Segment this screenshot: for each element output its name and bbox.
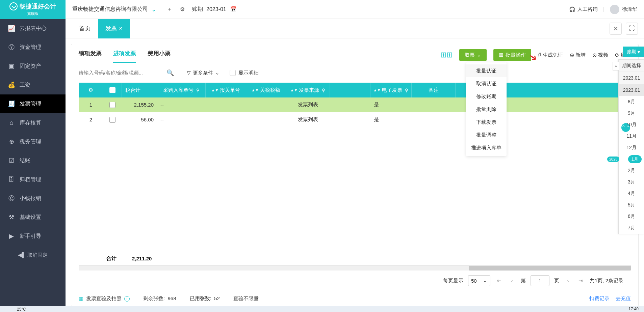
settings-icon[interactable]: ⚙ [179,6,186,13]
th-customs[interactable]: ▲▼关税税额 [246,83,286,97]
month-10[interactable]: 10月 [619,119,644,131]
page-first[interactable]: ⇤ [495,277,503,285]
per-page-select[interactable]: 50 ⌄ [468,275,490,286]
table-row[interactable]: 2 56.00 -- 发票列表 是 ⎘ 🗑 [79,112,631,127]
page-prev[interactable]: ‹ [508,277,516,285]
sidebar-item-stock[interactable]: ⌂库存核算 [0,113,66,132]
th-tax-total[interactable]: 税合计 [122,83,157,97]
sidebar-item-close[interactable]: ☑结账 [0,151,66,170]
close-icon[interactable]: × [119,25,123,32]
filter-icon: ⚲ [405,88,408,93]
sidebar-item-setting[interactable]: ⚒基础设置 [0,208,66,227]
fee-log-link[interactable]: 扣费记录 [589,295,610,302]
sidebar-item-promo[interactable]: Ⓒ小畅报销 [0,189,66,208]
top-header: 畅捷通好会计 旗舰版 重庆畅捷交通信息咨询有限公司 ⌄ ＋ ⚙ 账期 2023-… [0,0,644,19]
calendar-icon[interactable]: 📅 [230,6,237,13]
dd-download[interactable]: 下载发票 [466,116,507,129]
th-remark[interactable]: 备注 [412,83,456,97]
fetch-button[interactable]: 取票 ⌄ [459,49,487,61]
sidebar-item-assets[interactable]: ▣固定资产 [0,57,66,76]
sidebar-item-invoice[interactable]: 🧾发票管理 [0,94,66,113]
year-row[interactable]: 2023.01 [619,72,644,84]
dd-push-in[interactable]: 推进项入库单 [466,141,507,154]
dd-cancel-auth[interactable]: 取消认证 [466,77,507,90]
month-5[interactable]: 5月 [619,199,644,211]
video-label: 视频 [598,52,608,58]
recharge-link[interactable]: 去充值 [616,295,631,302]
year-badge: 2023 [607,157,619,162]
search-input[interactable] [79,68,163,78]
tab-home[interactable]: 首页 [72,19,98,38]
td-decl [206,97,246,112]
consult-link[interactable]: 🎧 人工咨询 [569,6,598,12]
dd-batch-adjust[interactable]: 批量调整 [466,129,507,141]
month-4[interactable]: 4月 [619,188,644,199]
more-conditions[interactable]: ▽ 更多条件 ⌄ [187,70,220,76]
th-gap [330,83,370,97]
td-checkbox[interactable] [103,97,122,112]
search-icon[interactable]: 🔍 [166,69,174,77]
month-8[interactable]: 8月 [619,96,644,108]
sort-icon: ▲▼ [211,89,219,91]
month-11[interactable]: 11月 [619,131,644,142]
sidebar-item-report[interactable]: 📈云报表中心 [0,19,66,38]
tab-invoice[interactable]: 发票 × [98,19,130,38]
voucher-button[interactable]: ⎙生成凭证 [538,52,563,58]
dd-batch-auth[interactable]: 批量认证 [466,64,507,77]
qrcode-icon[interactable]: ⊞⊞ [440,51,453,59]
grid-icon: ▦ [499,52,504,58]
scrollbar-thumb[interactable] [469,266,631,271]
th-settings[interactable]: ⚙ [79,83,103,97]
table-footer: 合计 2,211.20 [79,251,631,266]
month-1-current[interactable]: 2023 1月 [619,153,644,165]
subtab-purchase[interactable]: 进项发票 [113,50,136,63]
company-selector[interactable]: 重庆畅捷交通信息咨询有限公司 ⌄ [66,6,163,13]
clock: 17:40 [628,307,639,311]
month-3[interactable]: 3月 [619,176,644,188]
sidebar-item-salary[interactable]: 💰工资 [0,76,66,94]
sidebar-item-funds[interactable]: Ⓨ资金管理 [0,38,66,57]
filter-icon: ▽ [187,70,191,76]
th-po[interactable]: 采购入库单号⚲ [157,83,206,97]
user-menu[interactable]: 徐泽华 [610,5,637,14]
period-button[interactable]: 账期 ▾ [623,47,644,57]
th-checkbox[interactable] [103,83,122,97]
month-2[interactable]: 2月 [619,165,644,176]
video-button[interactable]: ⊙视频 [592,52,608,58]
dd-change-period[interactable]: 修改账期 [466,90,507,103]
td-index: 1 [79,97,103,112]
sidebar-item-archive[interactable]: 🗄归档管理 [0,170,66,189]
fullscreen-button[interactable]: ⛶ [626,23,638,35]
subtab-sales[interactable]: 销项发票 [79,50,102,63]
close-all-button[interactable]: ✕ [610,23,622,35]
month-6[interactable]: 6月 [619,211,644,222]
table-row[interactable]: 1 2,155.20 -- 发票列表 是 ⎘ 🗑 [79,97,631,112]
add-company-button[interactable]: ＋ [166,6,173,13]
show-detail-checkbox[interactable]: 显示明细 [230,70,259,76]
td-checkbox[interactable] [103,112,122,127]
brand-logo-icon [9,2,18,10]
info-icon[interactable]: i [124,296,130,302]
subtab-expense[interactable]: 费用小票 [148,50,171,63]
year-row[interactable]: 2023.01 [619,84,644,96]
page-input[interactable] [531,275,549,286]
current-month-pill: 1月 [628,155,642,163]
page-last[interactable]: ⇥ [577,277,585,285]
scroll-down-icon[interactable]: ⌄ [627,223,636,232]
add-button[interactable]: ⊕新增 [570,52,586,58]
th-source[interactable]: ▲▼发票来源⚲ [286,83,330,97]
batch-button[interactable]: ▦ 批量操作 [493,49,531,61]
sidebar-unfix[interactable]: ◀▌取消固定 [0,246,66,264]
dd-batch-delete[interactable]: 批量删除 [466,103,507,116]
sidebar-item-tax[interactable]: ⊕税务管理 [0,132,66,151]
month-9[interactable]: 9月 [619,108,644,119]
th-einvoice[interactable]: ▲▼电子发票⚲ [370,83,412,97]
horizontal-scrollbar[interactable] [79,266,631,271]
page-next[interactable]: › [564,277,572,285]
td-einvoice: 是 [370,97,412,112]
sidebar-item-guide[interactable]: ▶新手引导 [0,227,66,246]
tf-total: 2,211.20 [122,251,157,265]
panel-collapse-toggle[interactable]: » [613,62,619,70]
th-decl[interactable]: ▲▼报关单号 [206,83,246,97]
month-12[interactable]: 12月 [619,142,644,153]
